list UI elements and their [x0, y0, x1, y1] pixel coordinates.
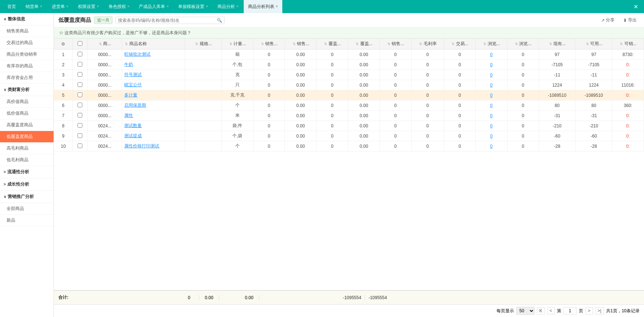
row-check[interactable] [73, 80, 87, 90]
browse-link[interactable]: 0 [490, 72, 493, 78]
last-page-btn[interactable]: >| [595, 307, 604, 314]
nav-roles-close[interactable]: × [127, 0, 130, 13]
row-checkbox[interactable] [78, 133, 82, 138]
product-name-link[interactable]: 多计量 [124, 92, 137, 98]
sidebar-section-overall[interactable]: ∨ 整体信息 [0, 13, 54, 25]
row-name[interactable]: 眠宝公仔 [122, 80, 185, 90]
col-header-trade[interactable]: ⇅ 交易... [444, 39, 476, 49]
row-checkbox[interactable] [78, 143, 82, 148]
col-header-sellable[interactable]: ⇅ 可销... [612, 39, 644, 49]
col-header-sale-qty[interactable]: ⇅ 销售... [253, 39, 285, 49]
page-number-input[interactable] [564, 307, 577, 314]
sidebar-item-stocked-goods[interactable]: 有库存的商品 [0, 60, 54, 72]
col-header-cov1[interactable]: ⇅ 覆盖... [317, 39, 348, 49]
first-page-btn[interactable]: K [537, 307, 545, 314]
browse-link[interactable]: 0 [490, 134, 493, 139]
sidebar-item-sales-goods[interactable]: 销售类商品 [0, 25, 54, 37]
row-check[interactable] [73, 49, 87, 60]
product-name-link[interactable]: 测试提成 [124, 133, 142, 138]
row-browse1[interactable]: 0 [476, 131, 507, 141]
browse-link[interactable]: 0 [490, 83, 493, 88]
row-checkbox[interactable] [78, 82, 82, 87]
window-close-button[interactable]: ✕ [631, 3, 641, 10]
sidebar-item-traded-goods[interactable]: 交易过的商品 [0, 37, 54, 49]
row-checkbox[interactable] [78, 113, 82, 118]
browse-link[interactable]: 0 [490, 113, 493, 118]
row-name[interactable]: 符号测试 [122, 70, 185, 80]
row-checkbox[interactable] [78, 52, 82, 56]
col-header-spec[interactable]: ⇅ 规格... [185, 39, 222, 49]
row-name[interactable]: 测试提成 [122, 131, 185, 141]
row-browse1[interactable]: 0 [476, 49, 507, 60]
nav-product-analysis-list-close[interactable]: × [276, 0, 278, 13]
row-name[interactable]: 测试数量 [122, 121, 185, 131]
browse-link[interactable]: 0 [490, 144, 493, 149]
product-name-link[interactable]: 属性 [124, 113, 133, 118]
product-name-link[interactable]: 旺辅批次测试 [124, 52, 150, 57]
search-input[interactable] [118, 18, 215, 23]
product-name-link[interactable]: 眠宝公仔 [124, 82, 142, 87]
nav-product-analysis-close[interactable]: × [236, 0, 239, 13]
sidebar-item-high-coverage[interactable]: 高覆盖度商品 [0, 119, 54, 131]
filter-recent-month-btn[interactable]: 近一月 [94, 16, 113, 24]
row-name[interactable]: 牛奶 [122, 60, 185, 70]
row-name[interactable]: 属性价格打印测试 [122, 141, 185, 151]
select-all-checkbox[interactable] [78, 41, 82, 46]
prev-page-btn[interactable]: < [547, 307, 555, 314]
nav-permissions[interactable]: 权限设置 × [74, 0, 103, 13]
sidebar-item-high-margin[interactable]: 高毛利商品 [0, 143, 54, 154]
sidebar-item-new-goods[interactable]: 新品 [0, 215, 54, 226]
data-table-container[interactable]: ⚙ ⇅ 商... ⇅ 商品名称 ⇅ 规格... [54, 39, 644, 290]
col-header-name[interactable]: ⇅ 商品名称 [122, 39, 185, 49]
col-header-browse2[interactable]: ⇅ 浏览... [507, 39, 539, 49]
col-header-check[interactable] [73, 39, 87, 49]
sidebar-section-liquidity[interactable]: > 流通性分析 [0, 166, 54, 178]
nav-templates[interactable]: 单据模板设置 × [174, 0, 212, 13]
col-header-sale2[interactable]: ⇅ 销售... [380, 39, 411, 49]
row-check[interactable] [73, 111, 87, 121]
row-checkbox[interactable] [78, 103, 82, 107]
next-page-btn[interactable]: > [585, 307, 593, 314]
search-icon[interactable]: 🔍 [217, 18, 222, 23]
row-check[interactable] [73, 90, 87, 100]
row-name[interactable]: 旺辅批次测试 [122, 49, 185, 60]
page-size-select[interactable]: 50 20 100 [516, 307, 535, 315]
row-checkbox[interactable] [78, 123, 82, 128]
row-check[interactable] [73, 60, 87, 70]
sidebar-item-low-margin[interactable]: 低毛利商品 [0, 154, 54, 166]
nav-home[interactable]: 首页 [3, 0, 20, 13]
col-header-settings[interactable]: ⚙ [54, 39, 73, 49]
sidebar-item-category-rate[interactable]: 商品分类动销率 [0, 49, 54, 60]
product-name-link[interactable]: 牛奶 [124, 62, 133, 67]
row-browse1[interactable]: 0 [476, 60, 507, 70]
row-check[interactable] [73, 100, 87, 111]
nav-permissions-close[interactable]: × [97, 0, 99, 13]
col-header-browse1[interactable]: ⇅ 浏览... [476, 39, 507, 49]
col-header-current[interactable]: ⇅ 现有... [539, 39, 576, 49]
row-checkbox[interactable] [78, 92, 82, 97]
sidebar-section-marketing[interactable]: ∨ 营销推广分析 [0, 191, 54, 203]
nav-purchase[interactable]: 进货单 × [47, 0, 73, 13]
row-name[interactable]: 多计量 [122, 90, 185, 100]
row-name[interactable]: 属性 [122, 111, 185, 121]
browse-link[interactable]: 0 [490, 52, 493, 57]
row-check[interactable] [73, 70, 87, 80]
nav-roles[interactable]: 角色授权 × [104, 0, 134, 13]
nav-finished-goods-close[interactable]: × [166, 0, 169, 13]
nav-purchase-close[interactable]: × [66, 0, 68, 13]
col-header-cov2[interactable]: ⇅ 覆盖... [348, 39, 380, 49]
product-name-link[interactable]: 符号测试 [124, 72, 142, 77]
row-check[interactable] [73, 131, 87, 141]
sidebar-section-growth[interactable]: > 成长性分析 [0, 178, 54, 191]
product-name-link[interactable]: 启用保质期 [124, 103, 146, 108]
row-browse1[interactable]: 0 [476, 90, 507, 100]
row-browse1[interactable]: 0 [476, 111, 507, 121]
export-button[interactable]: ⬇ 导出 [620, 16, 640, 24]
row-browse1[interactable]: 0 [476, 121, 507, 131]
browse-link[interactable]: 0 [490, 103, 493, 108]
col-header-code[interactable]: ⇅ 商... [87, 39, 122, 49]
row-check[interactable] [73, 141, 87, 151]
browse-link[interactable]: 0 [490, 93, 493, 98]
row-browse1[interactable]: 0 [476, 141, 507, 151]
row-browse1[interactable]: 0 [476, 100, 507, 111]
